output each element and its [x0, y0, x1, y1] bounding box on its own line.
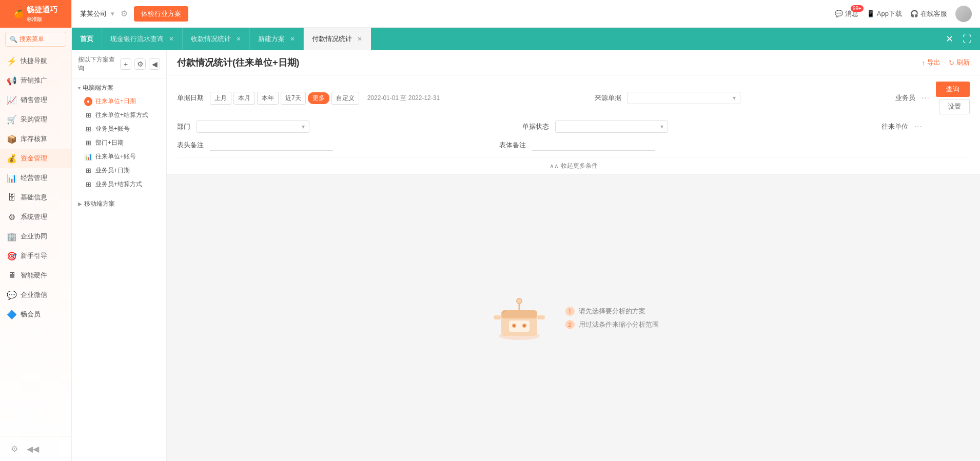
- collapse-sidebar-button[interactable]: ◀◀: [26, 442, 40, 456]
- message-button[interactable]: 💬 消息 99+: [835, 9, 858, 18]
- this-year-btn[interactable]: 本年: [257, 92, 279, 105]
- filter-area: 单据日期 上月 本月 本年 近7天 更多 自定义 2022-01-01 至 20…: [167, 75, 980, 175]
- sidebar: 🍊 畅捷通巧 标准版 🔍 搜索菜单 ⚡ 快捷导航 📢 营销推广 📈 销售管理 🛒…: [0, 0, 72, 461]
- sidebar-item-member[interactable]: 🔷 畅会员: [0, 305, 71, 324]
- sidebar-item-inventory[interactable]: 📦 库存核算: [0, 129, 71, 149]
- this-month-btn[interactable]: 本月: [233, 92, 255, 105]
- dept-select[interactable]: ▾: [197, 121, 309, 133]
- sidebar-item-label: 新手引导: [21, 251, 47, 260]
- filter-row-2: 部门 ▾ 单据状态 ▾ 往来单位 ···: [177, 121, 970, 133]
- company-chevron-icon[interactable]: ▾: [111, 10, 114, 17]
- table-header-note-input[interactable]: [210, 139, 333, 151]
- more-date-btn[interactable]: 更多: [308, 92, 329, 104]
- scheme-item-unit-account[interactable]: 📊 往来单位+账号: [72, 150, 166, 164]
- refresh-button[interactable]: ↻ 刷新: [949, 58, 970, 67]
- topbar: 某某公司 ▾ ⚙ 体验行业方案 💬 消息 99+ 📱 App下载 🎧 在线客服: [72, 0, 980, 28]
- tab-home[interactable]: 首页: [72, 28, 102, 50]
- sidebar-item-system[interactable]: ⚙ 系统管理: [0, 207, 71, 227]
- scheme-item-staff-account[interactable]: ⊞ 业务员+账号: [72, 122, 166, 136]
- empty-text-container: 1 请先选择要分析的方案 2 用过滤条件来缩小分析范围: [565, 307, 659, 329]
- maximize-button[interactable]: ⛶: [961, 32, 974, 47]
- marketing-icon: 📢: [7, 76, 16, 85]
- last-month-btn[interactable]: 上月: [210, 92, 231, 105]
- payments-close-icon[interactable]: ✕: [357, 35, 362, 43]
- table-body-note-input[interactable]: [532, 139, 655, 151]
- scheme-item-dept-date[interactable]: ⊞ 部门+日期: [72, 136, 166, 150]
- table-header-note-label: 表头备注: [177, 141, 204, 150]
- export-button[interactable]: ↑ 导出: [922, 58, 941, 67]
- search-menu-button[interactable]: 🔍 搜索菜单: [5, 32, 66, 47]
- sidebar-item-marketing[interactable]: 📢 营销推广: [0, 71, 71, 90]
- staff-filter-label: 业务员: [895, 93, 915, 103]
- svg-point-6: [513, 325, 515, 327]
- sidebar-item-purchase[interactable]: 🛒 采购管理: [0, 110, 71, 129]
- tab-new-scheme[interactable]: 新建方案 ✕: [250, 28, 304, 50]
- filter-settings-button[interactable]: 设置: [939, 99, 970, 114]
- new-scheme-close-icon[interactable]: ✕: [290, 35, 295, 43]
- refresh-label: 刷新: [956, 58, 970, 67]
- partner-filter-dots[interactable]: ···: [914, 122, 923, 131]
- sidebar-item-sales[interactable]: 📈 销售管理: [0, 90, 71, 110]
- active-scheme-dot-icon: ●: [84, 97, 92, 106]
- topbar-gear-icon[interactable]: ⚙: [121, 9, 128, 18]
- sidebar-item-label: 营销推广: [21, 76, 47, 85]
- enterprise-icon: 🏢: [7, 232, 16, 241]
- settings-bottom-button[interactable]: ⚙: [7, 442, 22, 456]
- source-select[interactable]: ▾: [628, 92, 740, 104]
- new-scheme-tab-label: 新建方案: [258, 34, 285, 44]
- logo-icon: 🍊: [14, 9, 24, 18]
- logo-sub: 标准版: [27, 16, 57, 23]
- phone-icon: 📱: [867, 10, 875, 17]
- sidebar-item-label: 采购管理: [21, 115, 47, 124]
- date-options: 上月 本月 本年 近7天 更多 自定义: [210, 92, 359, 105]
- empty-illustration: ⌜: [488, 292, 550, 344]
- bank-flow-close-icon[interactable]: ✕: [169, 35, 174, 43]
- app-download-button[interactable]: 📱 App下载: [867, 9, 902, 18]
- customer-service-label: 在线客服: [920, 9, 947, 18]
- close-all-tabs-button[interactable]: ✕: [944, 31, 955, 47]
- mobile-section-toggle[interactable]: ▶ 移动端方案: [72, 197, 166, 210]
- desktop-scheme-section: ▾ 电脑端方案 ● 往来单位+日期 ⊞ 往来单位+结算方式 ⊞ 业务员+账号: [72, 78, 166, 194]
- add-scheme-button[interactable]: +: [120, 58, 131, 70]
- collapse-scheme-panel-button[interactable]: ◀: [149, 58, 160, 70]
- desktop-section-toggle[interactable]: ▾ 电脑端方案: [72, 82, 166, 94]
- custom-date-btn[interactable]: 自定义: [331, 92, 359, 105]
- filter-row-1: 单据日期 上月 本月 本年 近7天 更多 自定义 2022-01-01 至 20…: [177, 82, 970, 114]
- sidebar-item-guide[interactable]: 🎯 新手引导: [0, 246, 71, 266]
- hardware-icon: 🖥: [7, 271, 16, 280]
- voucher-status-select[interactable]: ▾: [555, 121, 668, 133]
- mobile-section-label: 移动端方案: [84, 199, 115, 208]
- quick-nav-icon: ⚡: [7, 56, 16, 66]
- sidebar-bottom: ⚙ ◀◀: [0, 436, 71, 461]
- collapse-filter-button[interactable]: ∧∧ 收起更多条件: [177, 157, 970, 174]
- user-avatar[interactable]: [955, 6, 972, 22]
- query-button[interactable]: 查询: [936, 82, 970, 97]
- tab-payments[interactable]: 付款情况统计 ✕: [304, 28, 371, 50]
- scheme-settings-button[interactable]: ⚙: [134, 58, 146, 70]
- last-7days-btn[interactable]: 近7天: [281, 92, 306, 105]
- sidebar-item-wechat[interactable]: 💬 企业微信: [0, 285, 71, 305]
- scheme-item-unit-date[interactable]: ● 往来单位+日期: [72, 94, 166, 108]
- sidebar-item-label: 经营管理: [21, 173, 47, 183]
- scheme-item-staff-date[interactable]: ⊞ 业务员+日期: [72, 164, 166, 177]
- sidebar-item-finance[interactable]: 💰 资金管理: [0, 149, 71, 168]
- sidebar-item-enterprise[interactable]: 🏢 企业协同: [0, 227, 71, 246]
- tab-receipts[interactable]: 收款情况统计 ✕: [183, 28, 250, 50]
- table-body-note-label: 表体备注: [499, 141, 526, 150]
- sidebar-item-basic[interactable]: 🗄 基础信息: [0, 188, 71, 207]
- staff-filter-dots[interactable]: ···: [922, 93, 930, 103]
- partner-filter-label: 往来单位: [881, 122, 908, 131]
- sidebar-item-quick-nav[interactable]: ⚡ 快捷导航: [0, 51, 71, 71]
- scheme-item-unit-settle[interactable]: ⊞ 往来单位+结算方式: [72, 108, 166, 122]
- receipts-close-icon[interactable]: ✕: [236, 35, 241, 43]
- svg-text:⌜: ⌜: [503, 311, 505, 316]
- customer-service-button[interactable]: 🎧 在线客服: [910, 9, 947, 18]
- trial-button[interactable]: 体验行业方案: [134, 6, 188, 22]
- sidebar-logo: 🍊 畅捷通巧 标准版: [0, 0, 71, 28]
- tab-bank-flow[interactable]: 现金银行流水查询 ✕: [102, 28, 183, 50]
- scheme-item-staff-settle[interactable]: ⊞ 业务员+结算方式: [72, 177, 166, 191]
- sidebar-item-hardware[interactable]: 🖥 智能硬件: [0, 266, 71, 285]
- scheme-panel: 按以下方案查询 + ⚙ ◀ ▾ 电脑端方案 ● 往来单位+日期 ⊞: [72, 50, 167, 461]
- sidebar-item-operation[interactable]: 📊 经营管理: [0, 168, 71, 188]
- search-icon: 🔍: [10, 36, 17, 43]
